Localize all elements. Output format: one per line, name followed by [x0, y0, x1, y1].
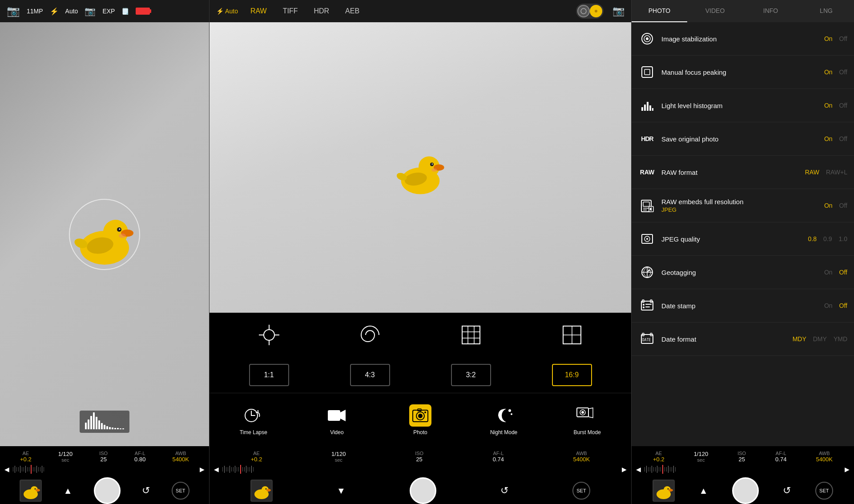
slider-tick — [16, 467, 17, 472]
right-slider-left[interactable]: ◀ — [636, 466, 641, 473]
datestamp-off[interactable]: Off — [839, 302, 847, 309]
tab-photo[interactable]: PHOTO — [632, 0, 687, 22]
left-set-button[interactable]: SET — [172, 482, 189, 500]
left-timer-icon[interactable]: ↺ — [142, 485, 150, 496]
datestamp-on[interactable]: On — [824, 302, 833, 309]
date-stamp-item: Date stamp On Off — [632, 289, 854, 323]
center-slider-right[interactable]: ▶ — [622, 466, 627, 473]
raw-embeds-on[interactable]: On — [824, 202, 833, 209]
hist-off[interactable]: Off — [839, 102, 847, 109]
hdr-text-icon: HDR — [641, 135, 653, 142]
jpeg-0-8[interactable]: 0.8 — [808, 235, 817, 242]
geo-on[interactable]: On — [824, 269, 833, 276]
ae-label: AE — [22, 451, 29, 456]
crosshair-icon[interactable] — [258, 324, 280, 346]
af-item: AF-L 0.80 — [134, 451, 145, 463]
center-timer-icon[interactable]: ↺ — [500, 485, 508, 496]
image-stabilization-icon — [638, 30, 656, 48]
mfp-off[interactable]: Off — [839, 69, 847, 76]
left-thumbnail[interactable] — [20, 480, 42, 502]
center-shutter-button[interactable] — [410, 477, 436, 504]
aspect-3-2-button[interactable]: 3:2 — [451, 364, 491, 386]
tab-info[interactable]: INFO — [743, 0, 798, 22]
raw-embeds-sub: JPEG — [661, 206, 819, 213]
center-flash-auto[interactable]: ⚡ Auto — [216, 8, 238, 15]
date-dmy[interactable]: DMY — [813, 335, 827, 343]
spiral-icon[interactable] — [359, 324, 381, 346]
mode-video[interactable]: Video — [314, 404, 359, 435]
tab-video[interactable]: VIDEO — [687, 0, 743, 22]
format-tab-raw[interactable]: RAW — [247, 5, 270, 17]
hdr-off[interactable]: Off — [839, 135, 847, 142]
mode-night[interactable]: Night Mode — [482, 404, 526, 435]
svg-point-92 — [669, 489, 673, 492]
panel-left: 📷 11MP ⚡ Auto 📷 EXP 🗒️ — [0, 0, 209, 504]
grid2x2-icon[interactable] — [561, 324, 583, 346]
center-camera-icon[interactable]: 📷 — [612, 5, 624, 17]
mode-photo[interactable]: Photo — [398, 404, 443, 435]
battery-icon — [136, 8, 150, 15]
jpeg-1-0[interactable]: 1.0 — [839, 235, 847, 242]
format-tab-tiff[interactable]: TIFF — [279, 5, 302, 17]
hist-bar — [93, 412, 95, 429]
center-slider-track[interactable] — [222, 465, 618, 474]
left-viewfinder[interactable] — [0, 22, 209, 446]
slider-tick — [13, 467, 13, 472]
right-shutter-button[interactable] — [732, 477, 759, 504]
grid-icons-row — [209, 313, 631, 357]
right-awb-label: AWB — [819, 451, 830, 456]
right-set-button[interactable]: SET — [815, 482, 833, 500]
left-bottom-bar: AE +0.2 1/120 sec ISO 25 AF-L 0.80 AWB 5… — [0, 446, 209, 504]
right-thumbnail[interactable] — [653, 480, 675, 502]
page-icon: 🗒️ — [121, 8, 129, 15]
right-chevron-up-button[interactable]: ▲ — [699, 486, 708, 496]
mfp-on[interactable]: On — [824, 69, 833, 76]
image-stabilization-item: Image stabilization On Off — [632, 22, 854, 56]
center-set-button[interactable]: SET — [572, 482, 590, 500]
date-ymd[interactable]: YMD — [834, 335, 847, 343]
hist-bar — [88, 419, 89, 429]
center-chevron-down-button[interactable]: ▼ — [337, 486, 346, 496]
left-chevron-up-button[interactable]: ▲ — [64, 486, 73, 496]
right-timer-icon[interactable]: ↺ — [783, 485, 791, 496]
raw-embeds-off[interactable]: Off — [839, 202, 847, 209]
raw-rawl[interactable]: RAW+L — [826, 169, 847, 176]
img-stab-on[interactable]: On — [824, 35, 833, 42]
center-shutter-item: 1/120 sec — [331, 451, 346, 463]
geotagging-options: On Off — [824, 269, 847, 276]
left-shutter-button[interactable] — [94, 477, 121, 504]
mode-timelapse[interactable]: Time Lapse — [231, 404, 276, 435]
tab-lng[interactable]: LNG — [798, 0, 854, 22]
grid3x3-icon[interactable] — [460, 324, 482, 346]
center-thumbnail[interactable] — [250, 480, 273, 502]
mode-burst[interactable]: Burst Mode — [565, 404, 609, 435]
img-stab-off[interactable]: Off — [839, 35, 847, 42]
toggle-switch[interactable] — [576, 4, 604, 19]
format-tab-hdr[interactable]: HDR — [310, 5, 333, 17]
slider-right-arrow[interactable]: ▶ — [200, 466, 205, 473]
aspect-4-3-button[interactable]: 4:3 — [350, 364, 390, 386]
aspect-1-1-button[interactable]: 1:1 — [249, 364, 289, 386]
hist-on[interactable]: On — [824, 102, 833, 109]
hdr-on[interactable]: On — [824, 135, 833, 142]
geo-off[interactable]: Off — [839, 269, 847, 276]
svg-rect-29 — [462, 326, 480, 344]
manual-focus-peaking-item: Manual focus peaking On Off — [632, 56, 854, 89]
aspect-16-9-button[interactable]: 16:9 — [552, 364, 592, 386]
right-slider-right[interactable]: ▶ — [845, 466, 850, 473]
histogram-icon — [638, 97, 656, 114]
center-viewfinder[interactable] — [209, 22, 631, 313]
slider-track[interactable] — [13, 465, 196, 474]
raw-raw[interactable]: RAW — [805, 169, 819, 176]
ae-value: +0.2 — [20, 456, 32, 463]
center-slider-left[interactable]: ◀ — [214, 466, 219, 473]
slider-left-arrow[interactable]: ◀ — [4, 466, 9, 473]
svg-point-24 — [264, 330, 274, 340]
raw-format-icon: RAW — [638, 163, 656, 181]
format-tab-aeb[interactable]: AEB — [342, 5, 363, 17]
svg-point-11 — [36, 489, 40, 492]
date-mdy[interactable]: MDY — [793, 335, 806, 343]
center-af-item: AF-L 0.74 — [493, 451, 504, 463]
jpeg-0-9[interactable]: 0.9 — [823, 235, 832, 242]
right-slider-track[interactable] — [645, 465, 841, 474]
